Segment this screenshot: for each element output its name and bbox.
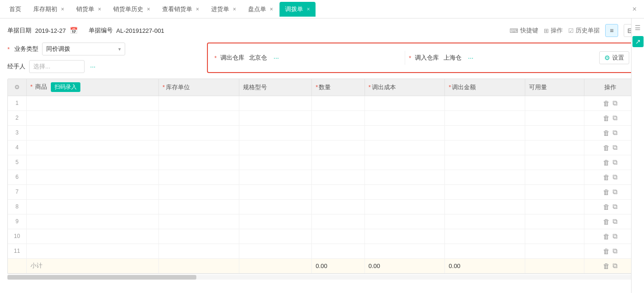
copy-row-btn-11[interactable]: ⧉: [613, 247, 618, 255]
row-cost-6[interactable]: [365, 170, 445, 184]
row-qty-1[interactable]: [312, 96, 365, 110]
subtotal-copy-btn[interactable]: ⧉: [613, 262, 618, 270]
row-qty-7[interactable]: [312, 184, 365, 199]
row-available-11[interactable]: [525, 244, 584, 258]
row-available-4[interactable]: [525, 140, 584, 155]
close-inventory-init[interactable]: ×: [61, 6, 64, 12]
list-view-btn[interactable]: ≡: [605, 24, 618, 37]
row-amount-10[interactable]: [445, 229, 525, 244]
copy-row-btn-9[interactable]: ⧉: [613, 217, 618, 226]
handler-input[interactable]: 选择...: [29, 60, 85, 73]
row-unit-10[interactable]: [158, 229, 239, 244]
row-unit-1[interactable]: [158, 96, 239, 110]
copy-row-btn-2[interactable]: ⧉: [613, 114, 618, 122]
copy-row-btn-8[interactable]: ⧉: [613, 202, 618, 211]
tab-purchase-order[interactable]: 进货单 ×: [206, 2, 242, 17]
calendar-icon[interactable]: 📅: [70, 27, 78, 34]
delete-row-btn-2[interactable]: 🗑: [603, 114, 610, 122]
row-available-8[interactable]: [525, 199, 584, 214]
row-product-4[interactable]: [26, 140, 158, 155]
row-cost-7[interactable]: [365, 184, 445, 199]
delete-row-btn-1[interactable]: 🗑: [603, 99, 610, 107]
row-spec-4[interactable]: [239, 140, 312, 155]
copy-row-btn-1[interactable]: ⧉: [613, 99, 618, 107]
tab-home[interactable]: 首页: [4, 2, 27, 17]
business-type-select[interactable]: 同价调拨 ▾: [42, 43, 125, 55]
row-product-2[interactable]: [26, 110, 158, 125]
row-amount-2[interactable]: [445, 110, 525, 125]
row-spec-6[interactable]: [239, 170, 312, 184]
row-amount-11[interactable]: [445, 244, 525, 258]
row-unit-6[interactable]: [158, 170, 239, 184]
row-available-6[interactable]: [525, 170, 584, 184]
row-cost-10[interactable]: [365, 229, 445, 244]
row-available-10[interactable]: [525, 229, 584, 244]
delete-row-btn-11[interactable]: 🗑: [603, 247, 610, 255]
row-available-3[interactable]: [525, 125, 584, 140]
row-unit-4[interactable]: [158, 140, 239, 155]
delete-row-btn-7[interactable]: 🗑: [603, 188, 610, 196]
row-amount-6[interactable]: [445, 170, 525, 184]
row-cost-2[interactable]: [365, 110, 445, 125]
row-amount-9[interactable]: [445, 214, 525, 229]
row-unit-2[interactable]: [158, 110, 239, 125]
row-cost-11[interactable]: [365, 244, 445, 258]
horizontal-scrollbar[interactable]: [7, 275, 637, 280]
tab-bar-close-btn[interactable]: ×: [629, 3, 640, 15]
row-product-3[interactable]: [26, 125, 158, 140]
settings-btn[interactable]: ⚙ 设置: [599, 51, 629, 64]
close-transfer[interactable]: ×: [307, 6, 310, 12]
close-sales-order[interactable]: ×: [98, 6, 101, 12]
row-product-1[interactable]: [26, 96, 158, 110]
delete-row-btn-5[interactable]: 🗑: [603, 159, 610, 166]
row-spec-7[interactable]: [239, 184, 312, 199]
row-spec-8[interactable]: [239, 199, 312, 214]
scrollbar-thumb[interactable]: [7, 275, 196, 280]
row-qty-6[interactable]: [312, 170, 365, 184]
close-stocktake[interactable]: ×: [270, 6, 273, 12]
row-qty-9[interactable]: [312, 214, 365, 229]
row-cost-8[interactable]: [365, 199, 445, 214]
row-available-7[interactable]: [525, 184, 584, 199]
handler-more-btn[interactable]: ···: [90, 63, 96, 70]
row-amount-1[interactable]: [445, 96, 525, 110]
row-spec-11[interactable]: [239, 244, 312, 258]
scan-barcode-btn[interactable]: 扫码录入: [51, 82, 80, 92]
shortcuts-btn[interactable]: ⌨ 快捷键: [510, 26, 538, 35]
tab-sales-history[interactable]: 销货单历史 ×: [108, 2, 156, 17]
delete-row-btn-10[interactable]: 🗑: [603, 232, 610, 240]
row-qty-8[interactable]: [312, 199, 365, 214]
tab-view-sales[interactable]: 查看销货单 ×: [157, 2, 205, 17]
delete-row-btn-4[interactable]: 🗑: [603, 144, 610, 152]
row-qty-11[interactable]: [312, 244, 365, 258]
copy-row-btn-3[interactable]: ⧉: [613, 128, 618, 137]
delete-row-btn-6[interactable]: 🗑: [603, 173, 610, 181]
close-purchase-order[interactable]: ×: [233, 6, 236, 12]
copy-row-btn-4[interactable]: ⧉: [613, 143, 618, 152]
row-spec-2[interactable]: [239, 110, 312, 125]
row-product-10[interactable]: [26, 229, 158, 244]
warehouse-out-more-btn[interactable]: ···: [273, 54, 279, 61]
copy-row-btn-6[interactable]: ⧉: [613, 173, 618, 181]
delete-row-btn-9[interactable]: 🗑: [603, 218, 610, 226]
row-cost-1[interactable]: [365, 96, 445, 110]
close-view-sales[interactable]: ×: [196, 6, 199, 12]
row-available-9[interactable]: [525, 214, 584, 229]
row-qty-3[interactable]: [312, 125, 365, 140]
row-product-6[interactable]: [26, 170, 158, 184]
row-qty-2[interactable]: [312, 110, 365, 125]
row-available-2[interactable]: [525, 110, 584, 125]
copy-row-btn-7[interactable]: ⧉: [613, 188, 618, 196]
col-settings[interactable]: ⚙: [8, 79, 26, 96]
subtotal-delete-btn[interactable]: 🗑: [603, 262, 610, 270]
copy-row-btn-10[interactable]: ⧉: [613, 232, 618, 240]
sidebar-list-icon[interactable]: ☰: [632, 22, 644, 33]
row-spec-5[interactable]: [239, 155, 312, 170]
copy-row-btn-5[interactable]: ⧉: [613, 158, 618, 166]
row-available-1[interactable]: [525, 96, 584, 110]
tab-sales-order[interactable]: 销货单 ×: [71, 2, 107, 17]
row-spec-9[interactable]: [239, 214, 312, 229]
row-spec-3[interactable]: [239, 125, 312, 140]
row-unit-11[interactable]: [158, 244, 239, 258]
row-amount-3[interactable]: [445, 125, 525, 140]
